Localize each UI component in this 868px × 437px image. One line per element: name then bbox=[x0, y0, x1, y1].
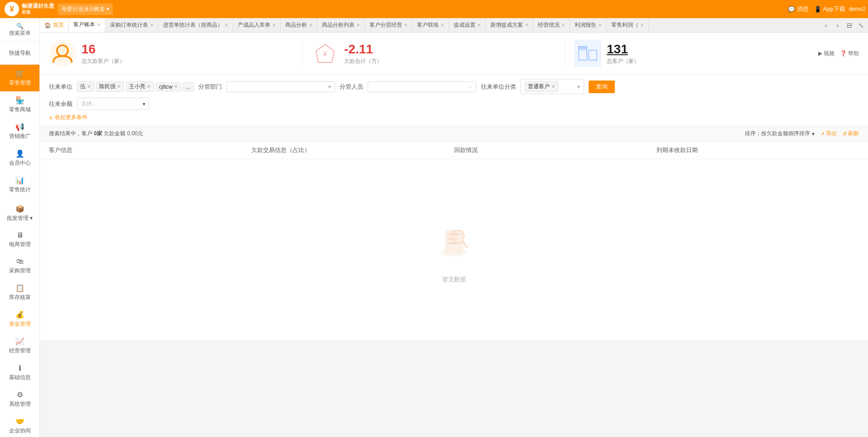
export-btn[interactable]: ↗ 导出 bbox=[820, 130, 837, 138]
tab-product-analysis-list[interactable]: 商品分析列表 ✕ bbox=[317, 18, 365, 33]
marketing-icon: 📢 bbox=[15, 123, 24, 131]
tab-close-profit[interactable]: ✕ bbox=[598, 23, 602, 28]
person-label: 分管人员 bbox=[340, 83, 363, 91]
tab-purchase-orders[interactable]: 采购订单统计表 ✕ bbox=[106, 18, 158, 33]
sidebar-item-basic-info[interactable]: ℹ 基础信息 bbox=[0, 359, 39, 386]
dept-arrow-icon: ▾ bbox=[328, 84, 331, 90]
tab-fullscreen-btn[interactable]: ⤡ bbox=[856, 20, 866, 30]
tab-close-contact[interactable]: ✕ bbox=[441, 23, 444, 28]
total-customers2-label: 总客户（家） bbox=[607, 57, 639, 65]
sidebar-item-finance[interactable]: 💰 资金管理 bbox=[0, 306, 39, 332]
stats-divider-1 bbox=[302, 40, 302, 67]
tab-close-segments[interactable]: ✕ bbox=[404, 23, 408, 28]
tab-inbound-stats[interactable]: 进货单统计表（按商品） ✕ bbox=[158, 18, 233, 33]
tab-close-product-analysis[interactable]: ✕ bbox=[309, 23, 312, 28]
collapse-btn[interactable]: ∧ 收起更多条件 bbox=[49, 114, 859, 121]
remove-tag-cjttcw[interactable]: ✕ bbox=[174, 84, 178, 90]
remove-tag-wu[interactable]: ✕ bbox=[87, 84, 91, 90]
filter-tag-chen: 陈民强 ✕ bbox=[96, 81, 124, 92]
dept-select[interactable]: ▾ bbox=[226, 81, 335, 92]
quick-nav-item[interactable]: 快捷导航 bbox=[0, 46, 39, 61]
tab-close-new-promotion[interactable]: ✕ bbox=[525, 23, 528, 28]
tab-close-retail-profit[interactable]: ✕ bbox=[640, 23, 644, 28]
category-select[interactable]: 普通客户 ✕ ▾ bbox=[521, 79, 584, 94]
sidebar-item-marketing[interactable]: 📢 营销推广 bbox=[0, 118, 39, 145]
sidebar-item-ecommerce[interactable]: 🖥 电商管理 bbox=[0, 227, 39, 253]
logo-icon: ¥ bbox=[5, 2, 19, 16]
sort-select[interactable]: 排序：按欠款金额倒序排序 ▾ bbox=[745, 130, 815, 138]
sidebar-item-retail-mgmt[interactable]: 🛒 零售管理 bbox=[0, 65, 39, 91]
tab-close-purchase-orders[interactable]: ✕ bbox=[150, 23, 153, 28]
tab-prev-btn[interactable]: ‹ bbox=[821, 20, 831, 30]
sidebar-item-label: 采购管理 bbox=[9, 267, 31, 275]
app-download-btn[interactable]: 📱 App下载 bbox=[814, 5, 845, 13]
filter-tag-more[interactable]: ... bbox=[183, 82, 194, 91]
account-selector[interactable]: 母婴行业演示帐套 ▾ bbox=[58, 4, 113, 15]
stats-all-customers-data: 131 总客户（家） bbox=[607, 42, 639, 66]
sidebar-item-operations[interactable]: 📈 经营管理 bbox=[0, 332, 39, 359]
operations-icon: 📈 bbox=[15, 337, 24, 346]
filter-area: 往来单位 伍 ✕ 陈民强 ✕ 王小亮 bbox=[40, 75, 868, 126]
tab-close-inbound[interactable]: ✕ bbox=[225, 23, 228, 28]
user-avatar[interactable]: demo2 bbox=[851, 3, 863, 15]
col-due-date: 到期未收款日期 bbox=[657, 146, 859, 154]
tab-close-production[interactable]: ✕ bbox=[272, 23, 276, 28]
tab-accounts[interactable]: 客户账本 ✕ bbox=[69, 18, 106, 33]
tab-close-accounts[interactable]: ✕ bbox=[97, 22, 101, 27]
data-table: 客户信息 欠款交易信息（占比） 回款情况 到期未收款日期 bbox=[40, 142, 868, 340]
tab-customer-segments[interactable]: 客户分层经营 ✕ bbox=[365, 18, 412, 33]
sidebar-item-label: 基础信息 bbox=[9, 374, 31, 381]
remove-tag-wang[interactable]: ✕ bbox=[147, 84, 151, 90]
tab-retail-profit[interactable]: 零售利润（ ✕ bbox=[607, 18, 649, 33]
tab-product-analysis[interactable]: 商品分析 ✕ bbox=[281, 18, 317, 33]
help-btn[interactable]: ❓ 帮助 bbox=[840, 50, 859, 57]
tab-new-promotion[interactable]: 新增提成方案 ✕ bbox=[486, 18, 533, 33]
download-icon: 📱 bbox=[814, 6, 821, 13]
stats-bar: 16 总欠款客户（家） ¥ -2.11 bbox=[40, 33, 868, 75]
total-customers2-number: 131 bbox=[607, 42, 639, 57]
tab-production[interactable]: 产成品入库单 ✕ bbox=[233, 18, 281, 33]
basic-info-icon: ℹ bbox=[19, 364, 21, 372]
tab-close-product-list[interactable]: ✕ bbox=[356, 23, 360, 28]
no-data-illustration bbox=[432, 216, 477, 261]
amount-select[interactable]: 选择... ▾ bbox=[77, 98, 149, 110]
sidebar-item-system[interactable]: ⚙ 系统管理 bbox=[0, 386, 39, 413]
result-bar-right: 排序：按欠款金额倒序排序 ▾ ↗ 导出 ↺ 刷新 bbox=[745, 130, 859, 138]
sidebar-item-purchase[interactable]: 🛍 采购管理 bbox=[0, 253, 39, 279]
empty-icon bbox=[432, 216, 477, 270]
search-menu-btn[interactable]: 🔍 搜索菜单 bbox=[0, 18, 39, 42]
tab-operations[interactable]: 经营情况 ✕ bbox=[533, 18, 570, 33]
tab-close-promotion[interactable]: ✕ bbox=[477, 23, 481, 28]
remove-tag-chen[interactable]: ✕ bbox=[117, 84, 121, 90]
remove-category-tag[interactable]: ✕ bbox=[551, 84, 555, 90]
tab-close-operations[interactable]: ✕ bbox=[561, 23, 565, 28]
debt-icon: ¥ bbox=[314, 42, 336, 65]
tab-promotion-settings[interactable]: 提成设置 ✕ bbox=[449, 18, 486, 33]
person-select[interactable]: ··· bbox=[368, 81, 476, 92]
sidebar-item-retail-mall[interactable]: 🏪 零售商城 bbox=[0, 91, 39, 118]
collapse-section: ∧ 收起更多条件 bbox=[49, 114, 859, 121]
empty-text: 暂无数据 bbox=[442, 276, 466, 284]
tab-bar-actions: ‹ › ⊟ ⤡ bbox=[819, 20, 868, 30]
video-btn[interactable]: ▶ 视频 bbox=[818, 50, 834, 57]
sidebar-item-inventory[interactable]: 📋 库存核算 bbox=[0, 279, 39, 306]
app-logo: ¥ 畅捷通好生意 标版 bbox=[5, 2, 54, 16]
sidebar-item-enterprise[interactable]: 🤝 企业协同 bbox=[0, 413, 39, 437]
tab-next-btn[interactable]: › bbox=[833, 20, 843, 30]
sidebar-item-member[interactable]: 👤 会员中心 bbox=[0, 145, 39, 171]
sort-arrow-icon: ▾ bbox=[812, 131, 815, 137]
tab-profit-report[interactable]: 利润报告 ✕ bbox=[570, 18, 607, 33]
tab-bar: 🏠 首页 客户账本 ✕ 采购订单统计表 ✕ 进货单统计表（按商品） ✕ 产成品入… bbox=[40, 18, 868, 33]
amount-label: 往来余额 bbox=[49, 100, 72, 108]
table-body: 暂无数据 bbox=[40, 159, 868, 340]
sidebar-item-batch-mgmt[interactable]: 📦 批发管理 ▾ bbox=[0, 200, 39, 227]
refresh-btn[interactable]: ↺ 刷新 bbox=[842, 130, 859, 138]
sidebar-item-retail-stats[interactable]: 📊 零售统计 bbox=[0, 171, 39, 198]
tab-home[interactable]: 🏠 首页 bbox=[40, 18, 69, 33]
person-more-icon[interactable]: ··· bbox=[468, 84, 472, 90]
message-btn[interactable]: 💬 消息 bbox=[788, 5, 809, 13]
tab-customer-contact[interactable]: 客户联络 ✕ bbox=[412, 18, 449, 33]
search-btn[interactable]: 查询 bbox=[589, 81, 615, 93]
purchase-icon: 🛍 bbox=[16, 257, 24, 266]
tab-more-btn[interactable]: ⊟ bbox=[844, 20, 854, 30]
